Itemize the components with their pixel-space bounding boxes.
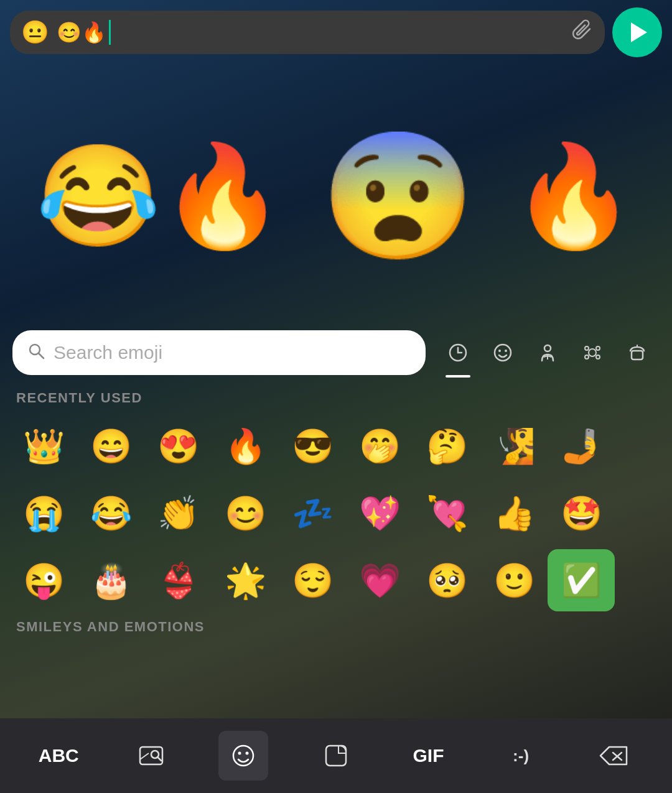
emoji-pleading[interactable]: 🥺 <box>413 549 480 611</box>
emoji-grinning[interactable]: 😄 <box>77 415 144 477</box>
send-button[interactable] <box>612 7 662 57</box>
abc-key[interactable]: ABC <box>34 731 83 781</box>
emoji-search-bar[interactable]: Search emoji <box>12 330 426 375</box>
emoji-sparkle-heart[interactable]: 💖 <box>346 482 413 544</box>
emoji-pink-heart[interactable]: 💗 <box>346 549 413 611</box>
emoji-joy[interactable]: 😂 <box>77 482 144 544</box>
emoji-face-icon: 😐 <box>21 21 49 44</box>
emoji-key[interactable] <box>218 731 268 781</box>
text-cursor <box>109 20 111 45</box>
emoji-bikini[interactable]: 👙 <box>144 549 212 611</box>
svg-point-12 <box>596 346 600 350</box>
emoji-thinking[interactable]: 🤔 <box>413 415 480 477</box>
svg-point-11 <box>585 346 589 350</box>
big-emoji-center[interactable]: 😨 <box>320 134 476 258</box>
emoji-keyboard-panel: Search emoji <box>0 320 672 793</box>
big-emoji-left[interactable]: 😂🔥 <box>36 146 285 246</box>
svg-point-6 <box>544 345 551 351</box>
emoji-heart-arrow[interactable]: 💘 <box>413 482 480 544</box>
tab-activities[interactable] <box>570 330 615 375</box>
svg-line-20 <box>140 753 149 759</box>
search-category-row: Search emoji <box>0 320 672 375</box>
sticker-key[interactable] <box>311 731 361 781</box>
keyboard-bottom-bar: ABC GIF :-) <box>0 718 672 793</box>
emoji-slight-smile[interactable]: 🙂 <box>480 549 548 611</box>
tab-recent[interactable] <box>436 330 480 375</box>
tab-smileys[interactable] <box>480 330 525 375</box>
top-bar: 😐 😊🔥 <box>10 7 662 57</box>
svg-line-1 <box>39 353 44 358</box>
emoji-heart-eyes[interactable]: 😍 <box>144 415 212 477</box>
emoji-sun[interactable]: 🌟 <box>212 549 279 611</box>
emoji-suggestions-area: 😂🔥 😨 🔥 <box>0 62 672 330</box>
emoji-raising-hand[interactable]: 🧏 <box>480 415 548 477</box>
emoji-selfie[interactable]: 🤳 <box>548 415 615 477</box>
emoji-starstruck[interactable]: 🤩 <box>548 482 615 544</box>
emoji-sunglasses[interactable]: 😎 <box>279 415 346 477</box>
search-icon <box>27 342 45 364</box>
svg-point-3 <box>495 345 511 361</box>
emoji-relieved[interactable]: 😌 <box>279 549 346 611</box>
emoticon-key[interactable]: :-) <box>496 731 546 781</box>
delete-key[interactable] <box>589 731 638 781</box>
emoji-thumbsup[interactable]: 👍 <box>480 482 548 544</box>
smileys-emotions-label: SMILEYS AND EMOTIONS <box>10 614 662 638</box>
svg-point-5 <box>505 350 507 352</box>
input-text-area: 😊🔥 <box>57 20 564 45</box>
emoji-smile[interactable]: 😊 <box>212 482 279 544</box>
paperclip-icon[interactable] <box>571 19 594 46</box>
emoji-row-1: 👑 😄 😍 🔥 😎 🤭 🤔 🧏 🤳 <box>10 412 662 480</box>
svg-point-14 <box>596 355 600 359</box>
emoji-sob[interactable]: 😭 <box>10 482 77 544</box>
svg-point-4 <box>498 350 501 352</box>
gif-key[interactable]: GIF <box>404 731 454 781</box>
category-tabs <box>436 330 660 375</box>
svg-point-23 <box>246 752 249 755</box>
svg-point-13 <box>585 355 589 359</box>
svg-point-22 <box>238 752 241 755</box>
emoji-hand-mouth[interactable]: 🤭 <box>346 415 413 477</box>
emoji-row-2: 😭 😂 👏 😊 💤 💖 💘 👍 🤩 <box>10 480 662 547</box>
message-input-container[interactable]: 😐 😊🔥 <box>10 11 605 54</box>
emoji-fire[interactable]: 🔥 <box>212 415 279 477</box>
emoji-zzz[interactable]: 💤 <box>279 482 346 544</box>
emoji-clap[interactable]: 👏 <box>144 482 212 544</box>
input-emojis: 😊🔥 <box>57 21 106 44</box>
tab-food[interactable] <box>615 330 660 375</box>
tab-people[interactable] <box>525 330 570 375</box>
emoji-check-green[interactable]: ✅ <box>548 549 615 611</box>
emoji-cake[interactable]: 🎂 <box>77 549 144 611</box>
svg-line-19 <box>157 757 161 761</box>
emoji-grid-area: RECENTLY USED 👑 😄 😍 🔥 😎 🤭 🤔 🧏 🤳 😭 😂 👏 😊 … <box>0 381 672 705</box>
image-search-key[interactable] <box>126 731 176 781</box>
svg-point-10 <box>589 349 596 356</box>
svg-rect-15 <box>632 351 643 359</box>
emoji-row-3: 😜 🎂 👙 🌟 😌 💗 🥺 🙂 ✅ <box>10 547 662 614</box>
emoji-tongue[interactable]: 😜 <box>10 549 77 611</box>
send-arrow-icon <box>631 22 647 42</box>
search-placeholder: Search emoji <box>54 342 162 363</box>
emoji-crown[interactable]: 👑 <box>10 415 77 477</box>
big-emoji-right[interactable]: 🔥 <box>511 146 636 246</box>
recently-used-label: RECENTLY USED <box>10 381 662 412</box>
